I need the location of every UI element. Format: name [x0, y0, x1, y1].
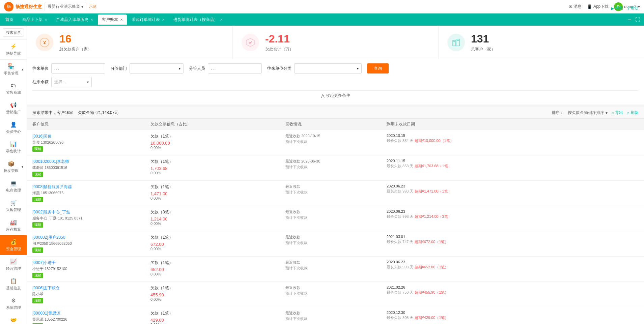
debt-count: 欠款（1笔） [150, 159, 285, 165]
sidebar-search-btn[interactable]: 搜索菜单 [3, 28, 24, 37]
debt-amount: 1,471.00 [150, 191, 285, 196]
customer-sub-info: 海燕 18513066976 [32, 190, 150, 196]
refresh-btn[interactable]: ○ 刷新 [627, 110, 639, 116]
overdue-link[interactable]: 超期¥429.00（1笔） [415, 316, 449, 320]
customer-name-link[interactable]: [0001020001]李老师 [32, 159, 150, 165]
customer-tag: 现销 [32, 172, 43, 177]
tab-bar-right: ─ ⛶ [626, 16, 643, 23]
customer-name-link[interactable]: [0007]小进千 [32, 260, 150, 266]
debt-amount: 672.00 [150, 242, 285, 247]
debt-info-cell: 欠款（1笔） 652.00 0.00% [150, 260, 285, 276]
balance-select[interactable]: 选择... ▾ [51, 77, 92, 87]
debt-count: 欠款（1笔） [150, 260, 285, 266]
tab-close-icon[interactable]: ✕ [120, 18, 123, 22]
debt-info-cell: 欠款（1笔） 1,703.68 0.00% [150, 159, 285, 175]
sidebar-item-member[interactable]: 👤 会员中心 [0, 118, 27, 138]
tab-inventory-stat[interactable]: 进货单统计表（按商品） ✕ [169, 14, 227, 25]
person-input[interactable]: ... [208, 63, 262, 73]
message-btn[interactable]: ✉ 消息 [569, 4, 582, 9]
sidebar-item-sys-mgmt[interactable]: ⚙ 系统管理 [0, 294, 27, 314]
retail-store-icon: 🛍 [11, 83, 16, 89]
overdue-link[interactable]: 超期¥672.00（1笔） [415, 240, 449, 244]
overdue-link[interactable]: 超期¥455.90（1笔） [415, 290, 449, 294]
customer-name-link[interactable]: [000001]黄思源 [32, 311, 150, 316]
filter-row-1: 往来单位 ... 分管部门 ▾ 分管人员 ... [32, 63, 639, 73]
customer-name-link[interactable]: [0003]畅捷服务尹海蕊 [32, 184, 150, 190]
sidebar-item-corp-collab[interactable]: 🤝 企业协同 [0, 314, 27, 324]
sidebar-item-finance-mgmt[interactable]: 💰 资金管理 [0, 235, 27, 255]
batch-mgmt-icon: 📦 [8, 160, 15, 167]
sidebar-item-retail-store[interactable]: 🛍 零售商城 [0, 79, 27, 98]
table-row: [0002]服务中心_丁磊 服务中心_丁磊 181 0125 8371 现销 欠… [27, 206, 644, 231]
overdue-date: 2020.06.23 [387, 184, 639, 188]
quick-nav-icon: ⚡ [10, 43, 17, 50]
tab-home[interactable]: 首页 [1, 14, 18, 25]
total-customers-label: 总客户（家） [471, 47, 636, 52]
customer-sub-info: 陈小希 [32, 292, 150, 297]
next-collect: 预计下次收款 [285, 165, 387, 170]
tab-customer-account[interactable]: 客户账本 ✕ [98, 14, 127, 25]
results-summary: 搜索结果中，客户16家 欠款金额 -21,148.07元 [32, 110, 118, 116]
unit-category-select[interactable]: ▾ [294, 63, 362, 73]
debt-total-value: -2.11 [265, 32, 430, 45]
stat-card-debt-total: -2.11 欠款合计（万） [233, 26, 439, 59]
app-logo-icon: 畅 [4, 2, 13, 11]
tab-close-icon[interactable]: ✕ [45, 18, 47, 22]
tab-close-icon[interactable]: ✕ [220, 18, 223, 22]
source-unit-input[interactable]: ... [51, 63, 105, 73]
recovery-info-cell: 最近收款 预计下次收款 [285, 235, 387, 245]
collapse-icon: ⋀ [321, 93, 325, 98]
debt-count: 欠款（1笔） [150, 235, 285, 240]
sidebar-item-quick-nav[interactable]: ⚡ 快捷导航 [0, 40, 27, 59]
store-selector[interactable]: 母婴行业演示账套 ▾ [45, 2, 86, 11]
debt-count: 欠款（1笔） [150, 134, 285, 139]
overdue-link[interactable]: 超期¥1,703.68（1笔） [415, 164, 452, 168]
overdue-link[interactable]: 超期¥1,214.00（3笔） [415, 214, 452, 218]
sidebar-item-retail-stat[interactable]: 📊 零售统计 [0, 138, 27, 157]
debt-amount: 455.90 [150, 292, 285, 297]
customer-sub-info: 黄思源 13552700226 [32, 317, 150, 322]
sort-button[interactable]: 按欠款金额倒序排序 ▾ [568, 110, 608, 116]
filter-person-label: 分管人员 [189, 66, 205, 71]
tab-product-offline[interactable]: 商品上下架 ✕ [18, 14, 51, 25]
tab-minimize-btn[interactable]: ─ [626, 16, 633, 23]
tab-close-icon[interactable]: ✕ [90, 18, 93, 22]
sidebar: 搜索菜单 ⚡ 快捷导航 🏪 零售管理 ▲ 🛍 零售商城 📢 营销推广 👤 会员中… [0, 26, 27, 324]
sidebar-item-ops-mgmt[interactable]: 📈 经营管理 [0, 255, 27, 274]
sidebar-item-retail-mgmt[interactable]: 🏪 零售管理 ▲ [0, 60, 27, 79]
customer-name-link[interactable]: [0016]吴俊 [32, 134, 150, 139]
customer-sub-info: 小进千 18279152100 [32, 266, 150, 271]
debt-info-cell: 欠款（1笔） 10,000.00 0.00% [150, 134, 285, 150]
overdue-link[interactable]: 超期¥652.00（1笔） [415, 265, 449, 269]
customer-name-link[interactable]: [0002]服务中心_丁磊 [32, 209, 150, 215]
tab-product-history[interactable]: 产成品入库单历史 ✕ [52, 14, 97, 25]
sidebar-item-ecom-mgmt[interactable]: 💻 电商管理 [0, 177, 27, 196]
overdue-link[interactable]: 超期¥1,471.00（1笔） [415, 189, 452, 193]
customer-sub-info: 服务中心_丁磊 181 0125 8371 [32, 216, 150, 221]
sidebar-item-basic-info[interactable]: 📋 基础信息 [0, 274, 27, 294]
sidebar-item-batch-mgmt[interactable]: 📦 批发管理 ▼ [0, 157, 27, 177]
export-btn[interactable]: ○ 导出 [612, 110, 623, 116]
customer-name-link[interactable]: [0006]去下粮仓 [32, 285, 150, 291]
collapse-bar[interactable]: ⋀ 收起更多条件 [32, 90, 639, 100]
overdue-link[interactable]: 超期¥10,000.00（1笔） [415, 139, 454, 143]
search-button[interactable]: 查询 [367, 63, 389, 73]
dept-select[interactable]: ▾ [130, 63, 184, 73]
sys-mgmt-icon: ⚙ [11, 297, 16, 304]
tab-maximize-btn[interactable]: ⛶ [634, 16, 641, 23]
customer-info-cell: [0003]畅捷服务尹海蕊 海燕 18513066976 现销 [32, 184, 150, 202]
dept-chevron-icon: ▾ [179, 67, 180, 70]
customer-name-link[interactable]: [000002]用户2050 [32, 235, 150, 240]
sidebar-item-inventory[interactable]: 🏭 库存核算 [0, 216, 27, 235]
tab-close-icon[interactable]: ✕ [162, 18, 165, 22]
sort-label: 按欠款金额倒序排序 [568, 110, 604, 116]
overdue-info-cell: 2020.11.15 最长欠款 853 天 超期¥1,703.68（1笔） [387, 159, 639, 169]
sidebar-item-purchase-mgmt[interactable]: 🛒 采购管理 [0, 196, 27, 216]
debt-total-icon [242, 34, 259, 51]
debt-ratio: 0.00% [150, 146, 285, 150]
tab-purchase-order[interactable]: 采购订单统计表 ✕ [128, 14, 169, 25]
app-download-btn[interactable]: 📱 App下载 [587, 4, 609, 9]
overdue-days: 最长欠款 747 天 超期¥672.00（1笔） [387, 239, 639, 244]
sidebar-item-marketing[interactable]: 📢 营销推广 [0, 98, 27, 118]
overdue-date: 2020.12.30 [387, 311, 639, 315]
